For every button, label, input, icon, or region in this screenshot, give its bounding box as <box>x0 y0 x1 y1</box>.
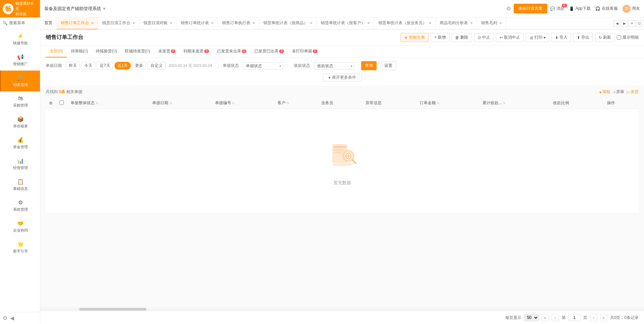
payment-select[interactable]: 收款状态 <box>314 62 354 70</box>
sidebar-search[interactable]: 🔍 搜索菜单 <box>0 17 40 29</box>
tab-close-sales-summary-product[interactable]: ✕ <box>310 21 312 25</box>
subtab-all[interactable]: 全部(0) <box>46 46 67 57</box>
next-page-btn[interactable]: › <box>590 314 597 321</box>
subtab-shipped-not-out[interactable]: 已发货未出库0 <box>213 46 251 57</box>
sidebar-item-sales[interactable]: 🛒 销售管理 <box>0 71 40 91</box>
th-customer[interactable]: 客户 <box>274 97 318 109</box>
sidebar-item-operations[interactable]: 📊 经营管理 <box>0 154 40 174</box>
th-cumulative-payment[interactable]: 累计收款... <box>479 97 550 109</box>
import-button[interactable]: ⬇ 导入 <box>551 33 571 42</box>
tab-expand-btn[interactable]: ⊡ <box>636 20 643 27</box>
filter-settings-button[interactable]: 设置 <box>381 61 396 70</box>
tab-sales-stats[interactable]: 销售订单统计表 ✕ <box>177 17 218 30</box>
tab-next-btn[interactable]: ▶ <box>621 20 628 27</box>
tab-close-sales-workbench[interactable]: ✕ <box>91 21 94 25</box>
print-button[interactable]: 🖨 打印 ▾ <box>526 33 549 42</box>
tab-close-all-btn[interactable]: ✕ <box>629 20 635 27</box>
batch-ship-btn[interactable]: ▷ 发货 <box>627 89 639 95</box>
sidebar-item-enterprise[interactable]: 🤝 企业协同 <box>0 216 40 237</box>
sidebar-item-inventory[interactable]: 📦 库存核算 <box>0 112 40 133</box>
collapse-icon[interactable]: ◀ <box>10 315 14 321</box>
th-settings[interactable]: ⚙ <box>46 97 56 109</box>
subtab-pending-inspect[interactable]: 待拣验货(0) <box>92 46 121 57</box>
page-input[interactable] <box>568 314 581 321</box>
show-detail-toggle[interactable]: 显示明细 <box>617 35 639 40</box>
subtab-shipped-out[interactable]: 已发货已出库0 <box>250 46 288 57</box>
subtab-wangpu-pending[interactable]: 旺铺待发货(0) <box>121 46 154 57</box>
status-filter-label: 单据状态 <box>223 63 239 69</box>
tab-sales-summary-client[interactable]: 销货单统计表（按客户） ✕ <box>317 17 374 30</box>
subtab-overdue-unshipped[interactable]: 到期未发货0 <box>179 46 213 57</box>
tab-close-sales-stats[interactable]: ✕ <box>211 21 214 25</box>
subtab-unshipped[interactable]: 未发货0 <box>154 46 180 57</box>
tab-sales-profit[interactable]: 销售毛利 ✕ <box>477 17 506 30</box>
add-button[interactable]: + 新增 <box>431 33 449 42</box>
expand-more-btn[interactable]: ▾ 展开更多条件 <box>323 74 362 81</box>
message-btn[interactable]: 💬 消息 6 <box>550 6 564 11</box>
tab-cash-reconcile[interactable]: 钱货日清对账 ✕ <box>139 17 177 30</box>
sidebar-item-basic[interactable]: 📋 基础信息 <box>0 174 40 195</box>
th-doc-status[interactable]: 单据整体状态 <box>67 97 149 109</box>
tab-sales-summary-staff[interactable]: 销货单统计表（按业务员） ✕ <box>374 17 436 30</box>
tab-close-sales-execution[interactable]: ✕ <box>252 21 255 25</box>
export-button[interactable]: ⬆ 导出 <box>573 33 593 42</box>
sidebar-item-finance[interactable]: 💰 资金管理 <box>0 133 40 154</box>
sidebar-item-guide[interactable]: 🌟 新手引导 <box>0 237 40 258</box>
th-doc-number[interactable]: 单据编号 <box>212 97 274 109</box>
tab-close-sales-summary-client[interactable]: ✕ <box>367 21 370 25</box>
sidebar-item-quick-nav[interactable]: ⚡ 快捷导航 <box>0 29 40 50</box>
date-btn-custom[interactable]: 自定义 <box>147 62 166 70</box>
tab-close-sales-profit[interactable]: ✕ <box>499 21 502 25</box>
th-order-amount[interactable]: 订单金额 <box>416 97 479 109</box>
subtab-unprinted[interactable]: 未打印单据0 <box>288 46 321 57</box>
tab-close-cash-reconcile[interactable]: ✕ <box>170 21 172 25</box>
date-btn-more[interactable]: 更多 <box>132 62 146 70</box>
app-download-btn[interactable]: 📱 App下载 <box>569 6 591 11</box>
show-detail-checkbox[interactable] <box>617 35 621 40</box>
date-btn-today[interactable]: 今天 <box>81 62 95 70</box>
topbar-dropdown-icon[interactable]: ▾ <box>103 6 105 11</box>
tab-close-margin-analysis[interactable]: ✕ <box>470 21 473 25</box>
sidebar-item-system[interactable]: ⚙ 系统管理 <box>0 195 40 216</box>
date-btn-7days[interactable]: 近7天 <box>97 62 113 70</box>
per-page-select[interactable]: 50 <box>524 314 539 321</box>
last-page-btn[interactable]: » <box>600 314 607 321</box>
scrollbar-thumb[interactable] <box>79 308 146 311</box>
tab-sales-workbench[interactable]: 销售订单工作台 ✕ <box>57 17 98 30</box>
batch-cancel-review-btn[interactable]: ○ 弃审 <box>613 89 624 95</box>
tab-close-cash-daily[interactable]: ✕ <box>132 21 135 25</box>
date-btn-yesterday[interactable]: 昨天 <box>66 62 80 70</box>
select-all-checkbox[interactable] <box>59 100 64 105</box>
smart-create-button[interactable]: ★ 智能生单 <box>400 33 429 42</box>
date-btn-1month[interactable]: 近1月 <box>115 62 131 70</box>
first-page-btn[interactable]: « <box>542 314 549 321</box>
tab-home[interactable]: 首页 <box>40 17 57 30</box>
sidebar-item-purchase[interactable]: 🛍 采购管理 <box>0 91 40 112</box>
delete-button[interactable]: 🗑 删除 <box>452 33 472 42</box>
topbar-settings-icon[interactable]: ⚙ <box>506 5 511 12</box>
tab-sales-summary-product[interactable]: 销货单统计表（按商品） ✕ <box>259 17 317 30</box>
prev-page-btn[interactable]: ‹ <box>552 314 559 321</box>
batch-review-btn[interactable]: ● 审核 <box>599 89 610 95</box>
th-doc-date[interactable]: 单据日期 <box>149 97 211 109</box>
settings-bottom-icon[interactable]: ⚙ <box>3 315 7 321</box>
empty-state-row: 暂无数据 <box>46 109 639 213</box>
subtab-pending-review[interactable]: 待审核(0) <box>67 46 92 57</box>
tab-close-sales-summary-staff[interactable]: ✕ <box>429 21 431 25</box>
tab-prev-btn[interactable]: ◀ <box>614 20 620 27</box>
tab-margin-analysis[interactable]: 商品毛利分析表 ✕ <box>436 17 477 30</box>
query-button[interactable]: 查询 <box>361 61 377 70</box>
status-select[interactable]: 单据状态 <box>243 62 283 70</box>
tab-cash-daily[interactable]: 钱货日清工作台 ✕ <box>98 17 139 30</box>
refresh-button[interactable]: ↻ 刷新 <box>595 33 615 42</box>
solution-button[interactable]: 体验行业方案 <box>514 4 547 13</box>
online-service-btn[interactable]: 🎧 在线客服 <box>595 6 618 11</box>
horizontal-scrollbar[interactable] <box>46 308 639 311</box>
avatar: 友 <box>622 5 631 13</box>
stop-button[interactable]: ⊙ 中止 <box>474 33 494 42</box>
tab-sales-execution[interactable]: 销售订单执行表 ✕ <box>218 17 259 30</box>
sidebar-item-marketing[interactable]: 📢 营销推广 <box>0 50 40 71</box>
th-checkbox[interactable] <box>56 97 67 109</box>
cancel-stop-button[interactable]: ↩ 取消中止 <box>496 33 524 42</box>
user-btn[interactable]: 友 用友 <box>622 5 640 13</box>
